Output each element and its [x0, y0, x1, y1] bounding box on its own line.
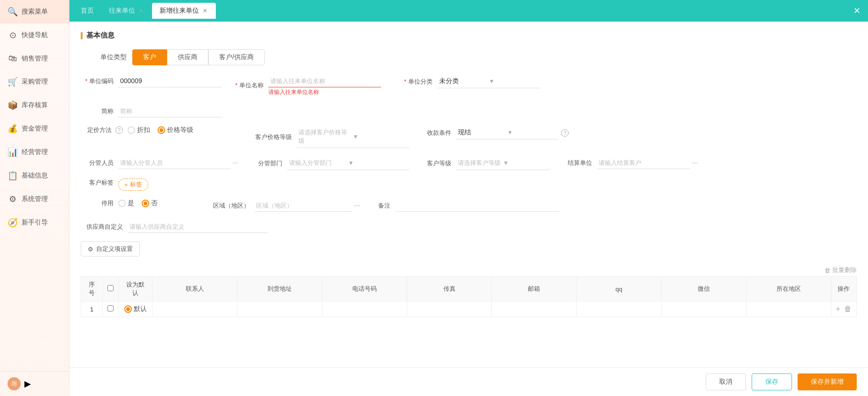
- search-icon: 🔍: [8, 7, 18, 17]
- batch-delete-button[interactable]: 🗑 批量删除: [824, 266, 857, 274]
- region-more-icon[interactable]: ···: [352, 202, 362, 210]
- sidebar-item-quicknav[interactable]: ⊙ 快捷导航: [0, 23, 69, 47]
- tab-new-partner-close[interactable]: ✕: [202, 7, 208, 15]
- manager-input[interactable]: [118, 156, 230, 169]
- form-row-codes: 单位编码 单位名称 请输入往来单位名称 单位分类 未分类 ▼: [81, 75, 857, 96]
- tab-partner-close[interactable]: ✕: [138, 7, 145, 15]
- cancel-button[interactable]: 取消: [706, 373, 746, 390]
- cell-wechat[interactable]: [662, 302, 746, 317]
- cell-email[interactable]: [492, 302, 577, 317]
- dept-arrow: ▼: [348, 160, 407, 166]
- field-group-customer-level: 客户等级 请选择客户等级 ▼: [419, 156, 550, 170]
- sidebar-item-guide[interactable]: 🧭 新手引导: [0, 211, 69, 234]
- sidebar-item-operations[interactable]: 📊 经营管理: [0, 140, 69, 164]
- payment-arrow: ▼: [507, 129, 556, 136]
- unit-code-input[interactable]: [118, 75, 221, 87]
- type-btn-supplier[interactable]: 供应商: [167, 49, 208, 65]
- col-header-action: 操作: [831, 277, 856, 302]
- payment-select[interactable]: 现结 ▼: [456, 126, 558, 140]
- customer-level-placeholder: 请选择客户等级: [458, 159, 503, 167]
- customer-price-select[interactable]: 请选择客户价格等级 ▼: [297, 126, 409, 148]
- tab-new-partner[interactable]: 新增往来单位 ✕: [152, 3, 216, 19]
- dept-placeholder: 请输入分管部门: [289, 159, 348, 167]
- dept-select[interactable]: 请输入分管部门 ▼: [287, 156, 409, 170]
- settlement-more-icon[interactable]: ···: [690, 159, 700, 167]
- sidebar-item-system[interactable]: ⚙ 系统管理: [0, 187, 69, 211]
- unit-type-label: 单位类型: [81, 53, 132, 62]
- cell-checkbox: [103, 302, 119, 317]
- address-input[interactable]: [242, 306, 317, 313]
- add-row-button[interactable]: +: [836, 305, 840, 313]
- select-all-checkbox[interactable]: [107, 285, 114, 291]
- cell-action: + 🗑: [831, 302, 856, 317]
- manager-more-icon[interactable]: ···: [230, 159, 240, 167]
- cell-contact[interactable]: [152, 302, 237, 317]
- tab-partner[interactable]: 往来单位 ✕: [101, 3, 152, 19]
- disabled-radio-group: 是 否: [118, 199, 158, 208]
- cell-address[interactable]: [237, 302, 322, 317]
- cell-phone[interactable]: [322, 302, 407, 317]
- unit-name-error: 请输入往来单位名称: [268, 88, 390, 96]
- sidebar-item-purchase[interactable]: 🛒 采购管理: [0, 70, 69, 93]
- sidebar-item-sales[interactable]: 🛍 销售管理: [0, 47, 69, 70]
- form-row-disabled: 停用 是 否 区域（地区） ···: [81, 199, 857, 212]
- field-group-disabled: 停用 是 否: [81, 199, 203, 208]
- save-button[interactable]: 保存: [752, 373, 792, 390]
- tab-bar: 首页 往来单位 ✕ 新增往来单位 ✕ ✕: [69, 0, 868, 22]
- sidebar-item-finance[interactable]: 💰 资金管理: [0, 117, 69, 140]
- settlement-input[interactable]: [597, 156, 690, 169]
- col-header-default: 设为默认: [119, 277, 152, 302]
- payment-help-icon[interactable]: ?: [561, 129, 569, 137]
- supplier-custom-input[interactable]: [128, 220, 268, 233]
- customer-level-select[interactable]: 请选择客户等级 ▼: [456, 156, 550, 170]
- customer-price-label: 客户价格等级: [250, 133, 297, 141]
- abbr-label: 简称: [81, 107, 118, 116]
- sidebar-item-search[interactable]: 🔍 搜索菜单: [0, 0, 69, 23]
- form-area: 基本信息 单位类型 客户 供应商 客户/供应商 单位编码 单位名称 请输入往来单…: [69, 22, 868, 367]
- cell-region[interactable]: [746, 302, 831, 317]
- remark-label: 备注: [372, 202, 395, 210]
- pricing-radio-level[interactable]: 价格等级: [158, 126, 193, 134]
- disabled-radio-no[interactable]: 否: [142, 199, 158, 208]
- sidebar-item-label: 采购管理: [22, 78, 48, 86]
- field-group-payment: 收款条件 现结 ▼ ?: [419, 126, 569, 140]
- table-row: 1 默认: [81, 302, 857, 317]
- sidebar-item-label: 搜索菜单: [22, 8, 48, 16]
- row-checkbox[interactable]: [107, 305, 114, 311]
- col-header-fax: 传真: [407, 277, 492, 302]
- type-btn-both[interactable]: 客户/供应商: [208, 49, 265, 65]
- type-btn-customer[interactable]: 客户: [132, 49, 167, 65]
- expand-icon[interactable]: ▶: [24, 379, 31, 389]
- pricing-radio-discount[interactable]: 折扣: [128, 126, 150, 134]
- disabled-radio-yes[interactable]: 是: [118, 199, 134, 208]
- fax-input[interactable]: [412, 306, 487, 313]
- custom-settings-button[interactable]: ⚙ 自定义项设置: [81, 241, 140, 256]
- email-input[interactable]: [496, 306, 571, 313]
- cell-qq[interactable]: [577, 302, 662, 317]
- cell-index: 1: [81, 302, 103, 317]
- sidebar-item-basic[interactable]: 📋 基础信息: [0, 164, 69, 187]
- delete-row-button[interactable]: 🗑: [844, 305, 852, 313]
- contact-input[interactable]: [157, 306, 232, 313]
- col-header-index: 序号: [81, 277, 103, 302]
- wechat-input[interactable]: [666, 306, 741, 313]
- region-cell-input[interactable]: [751, 306, 826, 313]
- region-input[interactable]: [254, 199, 352, 212]
- save-new-button[interactable]: 保存并新增: [798, 373, 857, 390]
- pricing-help-icon[interactable]: ?: [115, 126, 123, 134]
- tab-bar-close-all[interactable]: ✕: [850, 6, 864, 16]
- payment-value: 现结: [458, 128, 507, 137]
- unit-category-select[interactable]: 未分类 ▼: [437, 75, 541, 88]
- row-default-radio[interactable]: 默认: [123, 305, 147, 313]
- phone-input[interactable]: [327, 306, 402, 313]
- col-header-contact: 联系人: [152, 277, 237, 302]
- sidebar-item-inventory[interactable]: 📦 库存核算: [0, 93, 69, 117]
- tab-home[interactable]: 首页: [73, 3, 101, 19]
- field-group-remark: 备注: [372, 199, 559, 212]
- cell-fax[interactable]: [407, 302, 492, 317]
- remark-input[interactable]: [395, 199, 559, 212]
- tag-add-button[interactable]: + 标签: [118, 179, 148, 191]
- qq-input[interactable]: [581, 306, 656, 313]
- abbr-input[interactable]: [118, 105, 221, 117]
- unit-name-input[interactable]: [268, 75, 381, 87]
